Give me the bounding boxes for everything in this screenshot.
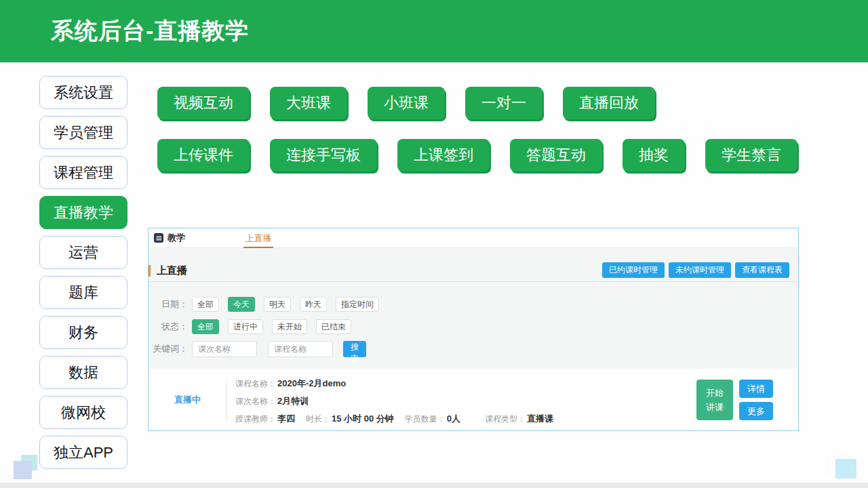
- status-chip-in-progress[interactable]: 进行中: [228, 319, 263, 334]
- live-replay-button[interactable]: 直播回放: [563, 87, 655, 119]
- course-name-line: 课程名称： 2020年-2月demo: [235, 376, 553, 391]
- lesson-name-label: 课次名称：: [235, 396, 276, 407]
- keyword-filter-row: 关键词： 搜索: [153, 341, 366, 357]
- status-filter-row: 状态： 全部 进行中 未开始 已结束: [153, 319, 351, 335]
- small-class-button[interactable]: 小班课: [368, 87, 445, 119]
- details-button[interactable]: 详情: [739, 380, 773, 398]
- student-count-label: 学员数量：: [405, 413, 446, 425]
- lottery-button[interactable]: 抽奖: [623, 139, 685, 171]
- course-type-value: 直播课: [527, 413, 553, 425]
- date-filter-chips: 全部 今天 明天 昨天 指定时间: [192, 297, 379, 312]
- date-filter-label: 日期：: [153, 298, 188, 310]
- duration-meta: 时长： 15 小时 00 分钟: [306, 413, 394, 425]
- teacher-value: 李四: [277, 413, 295, 425]
- date-chip-all[interactable]: 全部: [192, 297, 219, 312]
- video-interaction-button[interactable]: 视频互动: [157, 87, 250, 119]
- vertical-divider: [226, 378, 227, 422]
- connect-tablet-button[interactable]: 连接手写板: [270, 139, 377, 171]
- teacher-meta: 授课教师： 李四: [235, 413, 295, 425]
- view-timetable-button[interactable]: 查看课程表: [735, 262, 789, 278]
- sidebar-item-live-teaching[interactable]: 直播教学: [39, 196, 127, 229]
- sidebar-item-operations[interactable]: 运营: [39, 236, 127, 269]
- page-header: 系统后台-直播教学: [0, 0, 868, 62]
- live-status-badge: 直播中: [149, 369, 226, 430]
- course-type-meta: 课程类型： 直播课: [485, 413, 553, 425]
- panel-tabbar: ▤ 教学 上直播: [149, 228, 798, 248]
- decor-square-cyan: [835, 459, 856, 479]
- status-filter-label: 状态：: [153, 321, 188, 333]
- sidebar: 系统设置 学员管理 课程管理 直播教学 运营 题库 财务 数据 微网校 独立AP…: [39, 76, 127, 469]
- upload-courseware-button[interactable]: 上传课件: [157, 139, 250, 171]
- panel-actions: 已约课时管理 未约课时管理 查看课程表: [602, 262, 789, 278]
- date-chip-today[interactable]: 今天: [228, 297, 255, 312]
- course-details: 课程名称： 2020年-2月demo 课次名称： 2月特训 授课教师： 李四 时…: [235, 376, 553, 429]
- section-divider: [149, 281, 798, 282]
- date-chip-custom-time[interactable]: 指定时间: [336, 297, 379, 312]
- course-row: 直播中 课程名称： 2020年-2月demo 课次名称： 2月特训 授课教师： …: [149, 369, 798, 430]
- page-title: 系统后台-直播教学: [51, 16, 249, 47]
- status-chip-ended[interactable]: 已结束: [316, 319, 351, 334]
- student-count-value: 0人: [447, 413, 460, 425]
- unbooked-hours-button[interactable]: 未约课时管理: [669, 262, 731, 278]
- sidebar-item-question-bank[interactable]: 题库: [39, 276, 127, 309]
- student-mute-button[interactable]: 学生禁言: [705, 139, 797, 171]
- feature-buttons-row-1: 视频互动 大班课 小班课 一对一 直播回放: [157, 87, 655, 119]
- course-type-label: 课程类型：: [485, 413, 526, 425]
- status-filter-chips: 全部 进行中 未开始 已结束: [192, 319, 351, 334]
- start-teaching-button[interactable]: 开始讲课: [696, 380, 733, 420]
- lesson-name-value: 2月特训: [277, 395, 309, 407]
- sidebar-item-student-management[interactable]: 学员管理: [39, 116, 127, 149]
- feature-buttons-row-2: 上传课件 连接手写板 上课签到 答题互动 抽奖 学生禁言: [157, 139, 797, 171]
- decor-square-lavender: [14, 461, 32, 479]
- live-admin-panel: ▤ 教学 上直播 上直播 已约课时管理 未约课时管理 查看课程表 日期： 全部 …: [148, 228, 799, 431]
- one-on-one-button[interactable]: 一对一: [465, 87, 542, 119]
- keyword-filter-label: 关键词：: [153, 343, 188, 355]
- duration-label: 时长：: [306, 413, 330, 425]
- date-filter-row: 日期： 全部 今天 明天 昨天 指定时间: [153, 296, 379, 312]
- sidebar-item-course-management[interactable]: 课程管理: [39, 156, 127, 189]
- booked-hours-button[interactable]: 已约课时管理: [602, 262, 665, 278]
- status-chip-all[interactable]: 全部: [192, 319, 219, 334]
- sidebar-item-finance[interactable]: 财务: [39, 316, 127, 349]
- course-meta-line: 授课教师： 李四 时长： 15 小时 00 分钟 学员数量： 0人 课程类型： …: [235, 411, 553, 426]
- panel-app-title: 教学: [167, 232, 185, 244]
- status-chip-not-started[interactable]: 未开始: [272, 319, 307, 334]
- bottom-strip: [0, 483, 868, 488]
- more-button[interactable]: 更多: [739, 402, 773, 420]
- sidebar-item-standalone-app[interactable]: 独立APP: [39, 436, 127, 469]
- quiz-interaction-button[interactable]: 答题互动: [510, 139, 602, 171]
- course-name-value: 2020年-2月demo: [277, 378, 346, 390]
- tab-go-live[interactable]: 上直播: [243, 228, 273, 248]
- course-name-input[interactable]: [268, 341, 333, 357]
- row-secondary-actions: 详情 更多: [739, 380, 773, 420]
- lesson-name-line: 课次名称： 2月特训: [235, 394, 553, 409]
- date-chip-tomorrow[interactable]: 明天: [264, 297, 291, 312]
- sidebar-item-micro-school[interactable]: 微网校: [39, 396, 127, 429]
- search-button[interactable]: 搜索: [343, 341, 366, 357]
- lesson-name-input[interactable]: [192, 341, 257, 357]
- teacher-label: 授课教师：: [235, 413, 276, 425]
- date-chip-yesterday[interactable]: 昨天: [300, 297, 327, 312]
- large-class-button[interactable]: 大班课: [270, 87, 347, 119]
- sidebar-item-system-settings[interactable]: 系统设置: [39, 76, 127, 109]
- teaching-app-icon: ▤: [154, 233, 163, 243]
- class-signin-button[interactable]: 上课签到: [397, 139, 490, 171]
- section-accent-bar: [149, 265, 151, 277]
- duration-value: 15 小时 00 分钟: [332, 413, 394, 425]
- course-name-label: 课程名称：: [235, 378, 276, 390]
- student-count-meta: 学员数量： 0人: [405, 413, 460, 425]
- section-title: 上直播: [157, 264, 187, 277]
- section-header: 上直播: [149, 264, 187, 277]
- sidebar-item-data[interactable]: 数据: [39, 356, 127, 389]
